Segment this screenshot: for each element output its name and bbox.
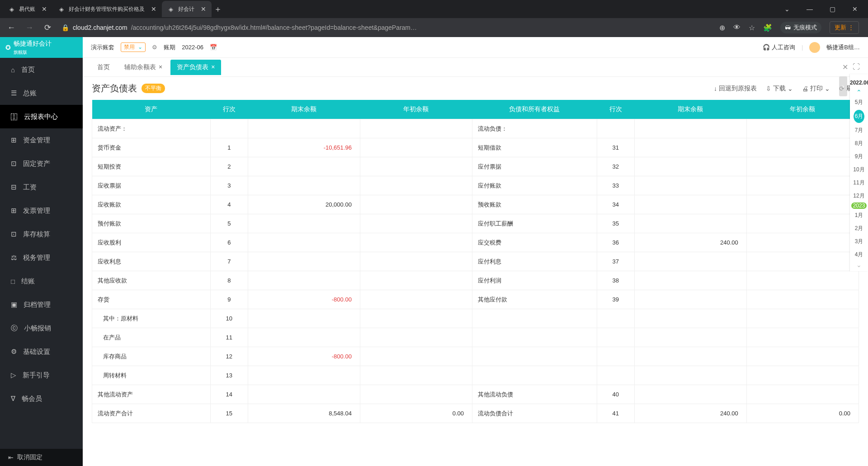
liability-name[interactable] <box>472 328 597 347</box>
year-begin[interactable] <box>746 176 859 195</box>
month-option[interactable]: 4月 <box>850 248 868 261</box>
asset-name[interactable]: 应收利息 <box>92 252 211 271</box>
year-begin[interactable] <box>746 309 859 328</box>
close-icon[interactable]: × <box>159 63 162 71</box>
down-arrow-icon[interactable]: ⌄ <box>850 261 868 268</box>
year-begin[interactable] <box>746 119 859 138</box>
liability-name[interactable]: 应付利息 <box>472 252 597 271</box>
liability-name[interactable]: 流动负债： <box>472 119 597 138</box>
period-end[interactable] <box>634 385 746 404</box>
star-icon[interactable]: ☆ <box>749 24 755 32</box>
next-year-pill[interactable]: 2023 <box>851 202 867 209</box>
period-end[interactable] <box>634 138 746 157</box>
month-option[interactable]: 7月 <box>850 124 868 137</box>
username[interactable]: 畅捷通B组… <box>826 43 860 52</box>
asset-name[interactable]: 应收账款 <box>92 195 211 214</box>
sidebar-item[interactable]: ⊡固定资产 <box>0 152 83 175</box>
asset-name[interactable]: 短期投资 <box>92 157 211 176</box>
page-tab[interactable]: 资产负债表× <box>170 60 221 75</box>
period-end[interactable] <box>634 176 746 195</box>
year-begin[interactable] <box>360 138 472 157</box>
liability-name[interactable]: 应付票据 <box>472 157 597 176</box>
minimize-button[interactable]: ― <box>799 5 820 13</box>
asset-name[interactable]: 其他流动资产 <box>92 385 211 404</box>
year-begin[interactable] <box>746 290 859 309</box>
period-end[interactable] <box>634 328 746 347</box>
browser-tab[interactable]: ◈好会计财务管理软件购买价格及✕ <box>52 1 162 17</box>
period-end[interactable] <box>248 366 360 385</box>
month-option[interactable]: 10月 <box>850 163 868 176</box>
liability-name[interactable]: 流动负债合计 <box>472 404 597 423</box>
update-button[interactable]: 更新 ⋮ <box>830 21 859 34</box>
asset-name[interactable]: 流动资产： <box>92 119 211 138</box>
month-option[interactable]: 2月 <box>850 222 868 235</box>
period-end[interactable] <box>634 366 746 385</box>
up-arrow-icon[interactable]: ⌃ <box>850 89 868 96</box>
year-begin[interactable] <box>746 138 859 157</box>
close-tab-icon[interactable]: ✕ <box>42 5 47 13</box>
search-icon[interactable]: ⊕ <box>719 24 725 32</box>
unpin-button[interactable]: ⇤ 取消固定 <box>0 449 83 466</box>
year-begin[interactable] <box>360 309 472 328</box>
asset-name[interactable]: 周转材料 <box>92 366 211 385</box>
period-end[interactable] <box>248 214 360 233</box>
liability-name[interactable]: 应交税费 <box>472 233 597 252</box>
year-begin[interactable] <box>746 214 859 233</box>
close-all-icon[interactable]: ✕ <box>842 63 848 71</box>
reload-button[interactable]: ⟳ <box>41 23 54 33</box>
sidebar-item[interactable]: ⊡库存核算 <box>0 222 83 246</box>
period-end[interactable]: 20,000.00 <box>248 195 360 214</box>
liability-name[interactable]: 预收账款 <box>472 195 597 214</box>
liability-name[interactable] <box>472 309 597 328</box>
year-begin[interactable] <box>746 328 859 347</box>
period-value[interactable]: 2022-06 <box>182 44 203 51</box>
period-end[interactable] <box>248 176 360 195</box>
asset-name[interactable]: 预付账款 <box>92 214 211 233</box>
sidebar-item[interactable]: ⊞发票管理 <box>0 199 83 222</box>
asset-name[interactable]: 流动资产合计 <box>92 404 211 423</box>
month-option[interactable]: 5月 <box>850 96 868 109</box>
download-button[interactable]: ⇩ 下载 ⌄ <box>766 85 793 93</box>
year-begin[interactable] <box>360 366 472 385</box>
year-begin[interactable] <box>360 385 472 404</box>
sidebar-item[interactable]: ▷新手引导 <box>0 363 83 387</box>
period-end[interactable] <box>248 252 360 271</box>
maximize-button[interactable]: ▢ <box>822 5 843 13</box>
liability-name[interactable]: 其他应付款 <box>472 290 597 309</box>
year-begin[interactable] <box>360 176 472 195</box>
page-tab[interactable]: 首页 <box>91 60 116 75</box>
liability-name[interactable]: 应付职工薪酬 <box>472 214 597 233</box>
period-end[interactable] <box>634 157 746 176</box>
period-end[interactable] <box>248 119 360 138</box>
year-begin[interactable] <box>360 290 472 309</box>
year-begin[interactable] <box>360 214 472 233</box>
period-end[interactable] <box>634 347 746 366</box>
liability-name[interactable] <box>472 347 597 366</box>
period-end[interactable]: -10,651.96 <box>248 138 360 157</box>
year-begin[interactable] <box>360 328 472 347</box>
year-begin[interactable] <box>746 366 859 385</box>
sidebar-item[interactable]: ⓒ小畅报销 <box>0 316 83 340</box>
sidebar-item[interactable]: ▣归档管理 <box>0 293 83 316</box>
period-end[interactable]: 8,548.04 <box>248 404 360 423</box>
month-option[interactable]: 12月 <box>850 189 868 202</box>
period-end[interactable] <box>634 252 746 271</box>
url-field[interactable]: 🔒 cloud2.chanjet.com/accounting/uh26t264… <box>59 24 710 31</box>
month-option[interactable]: 3月 <box>850 235 868 248</box>
print-button[interactable]: 🖨 打印 ⌄ <box>802 85 830 93</box>
liability-name[interactable]: 短期借款 <box>472 138 597 157</box>
period-end[interactable] <box>634 271 746 290</box>
year-begin[interactable] <box>360 252 472 271</box>
page-tab[interactable]: 辅助余额表× <box>118 60 169 75</box>
month-option[interactable]: 6月 <box>854 110 864 123</box>
period-end[interactable]: 240.00 <box>634 233 746 252</box>
asset-name[interactable]: 其中：原材料 <box>92 309 211 328</box>
year-begin[interactable] <box>746 347 859 366</box>
period-end[interactable] <box>634 214 746 233</box>
year-begin[interactable] <box>746 385 859 404</box>
period-end[interactable] <box>634 119 746 138</box>
year-begin[interactable] <box>746 233 859 252</box>
year-begin[interactable] <box>746 271 859 290</box>
sidebar-item[interactable]: ⊟工资 <box>0 175 83 199</box>
year-begin[interactable] <box>746 157 859 176</box>
